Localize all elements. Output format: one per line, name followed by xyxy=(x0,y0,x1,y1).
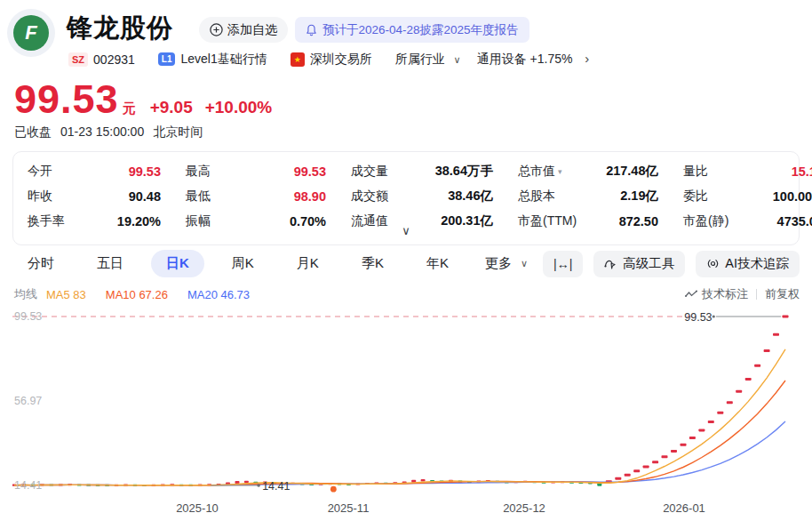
tab-yearly-k[interactable]: 年K xyxy=(411,250,464,277)
stock-code: 002931 xyxy=(93,52,135,67)
china-flag-icon: ★ xyxy=(291,52,305,67)
kline-chart[interactable]: 99.5356.9714.4114.4199.532025-102025-112… xyxy=(12,309,800,519)
stock-detail-page: F 锋龙股份 添加自选 预计于2026-04-28披露2025年度报告 SZ 0… xyxy=(0,0,812,521)
stat-high: 最高99.53 xyxy=(186,163,326,180)
ma-legend-label: 均线 xyxy=(14,286,37,302)
industry-link[interactable]: 通用设备 +1.75% › xyxy=(477,51,590,68)
stat-open: 今开99.53 xyxy=(28,163,161,180)
chart-period-tabs: 分时 五日 日K 周K 月K 季K 年K 更多 ∨ |↔| 高级工具 xyxy=(12,250,800,277)
expand-chart-button[interactable]: |↔| xyxy=(543,251,583,277)
industry-dropdown[interactable]: 所属行业 ∨ xyxy=(395,52,461,68)
current-price: 99.53 xyxy=(14,76,119,123)
earnings-notice-banner[interactable]: 预计于2026-04-28披露2025年度报告 xyxy=(295,17,529,43)
industry-value: 通用设备 +1.75% xyxy=(477,52,573,66)
zigzag-line-icon xyxy=(685,290,697,299)
svg-text:2025-11: 2025-11 xyxy=(328,501,370,515)
quote-time: 01-23 15:00:00 xyxy=(60,124,144,140)
svg-text:14.41: 14.41 xyxy=(262,480,290,493)
stat-market-cap: 总市值▾217.48亿 xyxy=(518,163,658,180)
adjust-mode-selector[interactable]: 前复权 xyxy=(765,286,800,302)
ma5-legend: MA5 83 xyxy=(46,288,86,301)
company-logo-icon: F xyxy=(13,15,49,51)
stat-total-shares: 总股本2.19亿 xyxy=(518,188,658,204)
chevron-down-icon: ∨ xyxy=(454,54,461,65)
level-badge: L1 xyxy=(158,52,176,66)
svg-text:14.41: 14.41 xyxy=(14,479,42,492)
level-text: Level1基础行情 xyxy=(180,52,267,68)
svg-text:99.53: 99.53 xyxy=(684,311,712,324)
industry-label: 所属行业 xyxy=(395,52,445,66)
exchange-name: 深圳交易所 xyxy=(310,52,372,68)
stock-meta-row: SZ 002931 L1 Level1基础行情 ★ 深圳交易所 所属行业 ∨ 通… xyxy=(68,51,589,68)
advanced-tools-button[interactable]: 高级工具 xyxy=(593,251,685,277)
market-status: 已收盘 xyxy=(14,124,52,140)
plus-circle-icon xyxy=(210,23,223,36)
stat-pe-ttm: 市盈(TTM)872.50 xyxy=(518,212,658,229)
tab-minute[interactable]: 分时 xyxy=(12,250,69,277)
stat-bid-ratio: 委比100.00% xyxy=(683,188,812,204)
tab-monthly-k[interactable]: 月K xyxy=(282,250,334,277)
drawing-tool-icon xyxy=(604,258,617,270)
price-change: +9.05 xyxy=(150,98,193,117)
stock-name: 锋龙股份 xyxy=(67,11,173,46)
svg-text:2026-01: 2026-01 xyxy=(663,501,705,515)
stat-prev-close: 昨收90.48 xyxy=(28,188,161,204)
tab-daily-k[interactable]: 日K xyxy=(151,250,204,277)
chevron-down-icon: ∨ xyxy=(521,258,528,269)
svg-text:2025-12: 2025-12 xyxy=(503,501,545,515)
tab-quarterly-k[interactable]: 季K xyxy=(346,250,399,277)
tab-5day[interactable]: 五日 xyxy=(82,250,139,277)
expand-width-icon: |↔| xyxy=(553,257,572,271)
stat-turnover-rate: 换手率19.20% xyxy=(28,212,161,229)
chevron-right-icon: › xyxy=(585,51,589,66)
tech-annotation-toggle[interactable]: 技术标注 xyxy=(685,286,748,302)
price-change-percent: +10.00% xyxy=(205,98,273,117)
stat-turnover-amount: 成交额38.46亿 xyxy=(351,188,493,204)
stat-volume-ratio: 量比15.16 xyxy=(683,163,812,180)
earnings-notice-text: 预计于2026-04-28披露2025年度报告 xyxy=(322,22,519,38)
ma20-legend: MA20 46.73 xyxy=(187,288,250,301)
add-watchlist-button[interactable]: 添加自选 xyxy=(199,17,288,43)
quote-timezone: 北京时间 xyxy=(153,124,203,140)
svg-text:2025-10: 2025-10 xyxy=(176,501,219,515)
ai-tracking-button[interactable]: AI技术追踪 xyxy=(696,251,800,277)
price-unit: 元 xyxy=(123,100,136,117)
collapse-stats-chevron[interactable]: ∨ xyxy=(394,224,418,242)
stat-low: 最低98.90 xyxy=(186,188,326,204)
exchange-badge: SZ xyxy=(68,52,88,67)
kline-chart-area[interactable]: 99.5356.9714.4114.4199.532025-102025-112… xyxy=(12,309,800,519)
svg-text:99.53: 99.53 xyxy=(14,310,42,323)
svg-text:56.97: 56.97 xyxy=(14,395,42,407)
quote-block: 99.53 元 +9.05 +10.00% xyxy=(14,76,272,123)
market-status-row: 已收盘 01-23 15:00:00 北京时间 xyxy=(14,124,203,140)
dropdown-triangle-icon[interactable]: ▾ xyxy=(558,167,562,176)
add-watchlist-label: 添加自选 xyxy=(227,22,277,38)
bell-icon xyxy=(306,24,317,36)
ai-signal-icon xyxy=(706,257,720,270)
ma-legend-row: 均线 MA5 83 MA10 67.26 MA20 46.73 技术标注 前复权 xyxy=(14,286,800,302)
stat-amplitude: 振幅0.70% xyxy=(186,212,326,229)
stat-volume: 成交量38.64万手 xyxy=(351,163,493,180)
stat-pe-static: 市盈(静)4735.01 xyxy=(683,212,812,229)
ma10-legend: MA10 67.26 xyxy=(106,288,168,301)
stat-float-cap: 流通值200.31亿 xyxy=(351,212,493,229)
company-logo: F xyxy=(7,9,55,57)
key-stats-grid: 今开99.53 最高99.53 成交量38.64万手 总市值▾217.48亿 量… xyxy=(28,163,784,229)
tab-weekly-k[interactable]: 周K xyxy=(217,250,269,277)
tab-more[interactable]: 更多 ∨ xyxy=(476,250,531,277)
